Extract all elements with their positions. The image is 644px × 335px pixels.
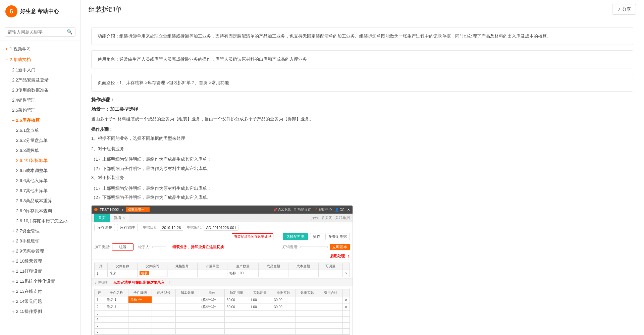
logo-dot: [94, 208, 98, 211]
search-input[interactable]: [8, 30, 67, 35]
mock-title: TEST-H002: [100, 208, 119, 212]
top-bar: 组装拆卸单 ↗ 分享: [80, 0, 644, 19]
mock-tab-close[interactable]: ✕: [122, 216, 125, 220]
step2-1-text: （1）上部明细为父件明细，最终作为产成品生成其它入库单；: [91, 155, 633, 163]
mock-btn-delete[interactable]: 多关闭单据: [325, 233, 350, 240]
step2-text: 2、对于组装业务: [91, 145, 633, 153]
sidebar-item-video[interactable]: + 1.视频学习: [0, 44, 80, 54]
share-icon: ↗: [617, 7, 621, 12]
sidebar-item-n268[interactable]: 2.6.8商品成本重算: [0, 196, 80, 206]
mock-upper-table: 序 父件名称 父件编码 规格型号 计量单位 生产数量 成品金额 成本金额 可调量: [94, 263, 350, 277]
sidebar-item-n25[interactable]: 2.5采购管理: [0, 105, 80, 115]
scene1-desc: 当由多个子件材料组装成一个成品的业务为【组装】业务，当由一个父件拆分成多个子产品…: [91, 115, 633, 123]
mock-tab-bar: 首页 新增 ✕ 操作 多关闭 关联单据: [92, 214, 353, 222]
sidebar-item-docs[interactable]: − 2.帮助文档: [0, 54, 80, 65]
mock-form-toolbar: 库存调整 库存管理 单据日期: 2019-12-26 单据编号: AD-2019…: [92, 222, 353, 242]
sidebar: 6 好生意 帮助中心 🔍 + 1.视频学习 − 2.帮助文档 2.1新手入门 2…: [0, 0, 80, 335]
mock-type-row: 加工类型: 组装 经手人: 组装业务、拆卸业务在这里切换 好销售用: 立即发布: [92, 242, 353, 252]
logo-text: 好生意 帮助中心: [20, 8, 59, 15]
screenshot-mockup: TEST-H002 ▼ 双重新增一下 📌 App下载 ⚙ 功能设置 ❓ 帮助中心…: [91, 205, 353, 335]
sidebar-item-n210[interactable]: + 2.10经营管理: [0, 256, 80, 266]
mock-btn-adjust[interactable]: 库存管理: [117, 224, 138, 231]
mock-cell-highlighted: 组装: [138, 270, 167, 277]
sidebar-item-n215[interactable]: + 2.15操作案例: [0, 306, 80, 317]
intro-block-2: 使用角色：通常由生产人员或库管人员完成拆装业务的操作，库管人员确认原材料的出库和…: [91, 50, 633, 68]
step1-text: 1、根据不同的业务，选择不同单据的类型来处理: [91, 134, 633, 142]
mock-lower-table-area: 序 子件名称 子件编码 规格型号 加工数量 单位 预定用量 实际用量 单据实际 …: [92, 286, 353, 335]
mock-lower-table: 序 子件名称 子件编码 规格型号 加工数量 单位 预定用量 实际用量 单据实际 …: [94, 289, 350, 335]
sidebar-item-n211[interactable]: + 2.11打印设置: [0, 266, 80, 276]
mock-close-icon[interactable]: ✕: [347, 208, 350, 212]
sidebar-item-n269[interactable]: 2.6.9库存账本查询: [0, 206, 80, 216]
annotation-nofixed: 无固定清单可在组统在这里录入: [113, 280, 165, 285]
step3-2-text: （2）下部明细为子件明细，最终作为产成品生成其它入库单。: [91, 193, 633, 201]
logo-area: 6 好生意 帮助中心: [0, 0, 80, 23]
scene1-label: 场景一：加工类型选择: [91, 106, 138, 112]
ops-label2: 操作步骤：: [91, 126, 633, 132]
logo-icon: 6: [5, 5, 17, 17]
sidebar-item-n267[interactable]: 2.6.7其他出库单: [0, 186, 80, 196]
annotation-processing: 有装配清单的在这里处理: [232, 233, 273, 240]
main-content: 组装拆卸单 ↗ 分享 功能介绍：组装拆卸单用来处理企业组装或拆卸等加工业务，支持…: [80, 0, 644, 335]
sidebar-item-n26[interactable]: − 2.6库存核算: [0, 115, 80, 125]
collapse-icon: −: [5, 57, 8, 62]
mock-tab-2[interactable]: 新增 ✕: [110, 214, 129, 222]
content-area: 功能介绍：组装拆卸单用来处理企业组装或拆卸等加工业务，支持有固定装配清单的产品加…: [80, 19, 644, 335]
sidebar-item-n28[interactable]: + 2.8手机旺铺: [0, 236, 80, 246]
path-block: 页面路径：1、库存核算->库存管理->组装拆卸单 2、首页->常用功能: [91, 74, 633, 92]
search-area: 🔍: [0, 23, 80, 41]
sidebar-item-n22[interactable]: 2.2产品安装及登录: [0, 75, 80, 85]
mock-tab-active[interactable]: 首页: [94, 214, 110, 222]
mock-upper-table-area: 序 父件名称 父件编码 规格型号 计量单位 生产数量 成品金额 成本金额 可调量: [92, 260, 353, 278]
mock-btn-new[interactable]: 选择配料单: [283, 233, 308, 240]
sidebar-item-n21[interactable]: 2.1新手入门: [0, 65, 80, 75]
step2-2-text: （2）下部明细为子件明细，最终作为原材料生成其它出库单。: [91, 165, 633, 172]
search-box: 🔍: [5, 27, 75, 37]
sidebar-item-n27[interactable]: + 2.7资金管理: [0, 226, 80, 236]
sidebar-item-n24[interactable]: 2.4销售管理: [0, 95, 80, 105]
mock-no: AD-20191226-001: [204, 225, 238, 231]
sidebar-item-n213[interactable]: + 2.13在线支付: [0, 286, 80, 296]
path-text: 页面路径：1、库存核算->库存管理->组装拆卸单 2、首页->常用功能: [98, 80, 229, 85]
annotation-type: 组装业务、拆卸业务在这里切换: [172, 244, 224, 249]
intro-text-1: 功能介绍：组装拆卸单用来处理企业组装或拆卸等加工业务，支持有固定装配清单的产品加…: [98, 34, 551, 39]
mock-btn-edit[interactable]: 操作: [310, 233, 323, 240]
mock-type-select[interactable]: 组装: [112, 243, 133, 250]
sidebar-item-n263[interactable]: 2.6.3调拨单: [0, 146, 80, 156]
mock-date: 2019-12-26: [160, 225, 183, 231]
ops-section: 操作步骤： 场景一：加工类型选择 当由多个子件材料组装成一个成品的业务为【组装】…: [91, 97, 633, 201]
mock-btn-save[interactable]: 库存调整: [94, 224, 115, 231]
sidebar-item-n264[interactable]: 2.6.4组装拆卸单: [0, 156, 80, 166]
mock-btn-process[interactable]: 立即发布: [330, 244, 350, 250]
expand-icon: +: [5, 47, 8, 51]
share-button[interactable]: ↗ 分享: [612, 4, 636, 15]
sidebar-item-n212[interactable]: + 2.12系统个性化设置: [0, 276, 80, 286]
intro-text-2: 使用角色：通常由生产人员或库管人员完成拆装业务的操作，库管人员确认原材料的出库和…: [98, 57, 307, 62]
scene1-label-wrap: 场景一：加工类型选择: [91, 106, 633, 112]
sidebar-item-n214[interactable]: + 2.14常见问题: [0, 296, 80, 306]
sidebar-item-n262[interactable]: 2.6.2分量盘点单: [0, 135, 80, 146]
minus-icon: −: [12, 118, 15, 123]
step3-text: 3、对于拆装业务: [91, 174, 633, 181]
sidebar-item-n265[interactable]: 2.6.5成本调整单: [0, 166, 80, 176]
sidebar-item-n261[interactable]: 2.6.1盘点单: [0, 125, 80, 135]
step3-1-text: （1）上部明细为父件明细，最终作为原材料生成其它出库单；: [91, 184, 633, 192]
nav-tree: + 1.视频学习 − 2.帮助文档 2.1新手入门 2.2产品安装及登录 2.3…: [0, 41, 80, 335]
sidebar-item-n2610[interactable]: 2.6.10库存账本错了怎么办: [0, 216, 80, 226]
sidebar-item-n266[interactable]: 2.6.6其他入库单: [0, 176, 80, 186]
mock-titlebar: TEST-H002 ▼ 双重新增一下 📌 App下载 ⚙ 功能设置 ❓ 帮助中心…: [92, 206, 353, 214]
intro-block-1: 功能介绍：组装拆卸单用来处理企业组装或拆卸等加工业务，支持有固定装配清单的产品加…: [91, 27, 633, 45]
page-title: 组装拆卸单: [89, 5, 122, 14]
mock-section-divider: 子件明细 无固定清单可在组统在这里录入 ↑: [92, 278, 353, 286]
search-icon[interactable]: 🔍: [67, 29, 72, 35]
ops-title: 操作步骤：: [91, 97, 633, 103]
sidebar-item-n29[interactable]: + 2.9优惠券管理: [0, 246, 80, 256]
annotation-startup: 启用处理: [330, 254, 345, 259]
sidebar-item-n23[interactable]: 2.3使用前数据准备: [0, 85, 80, 95]
